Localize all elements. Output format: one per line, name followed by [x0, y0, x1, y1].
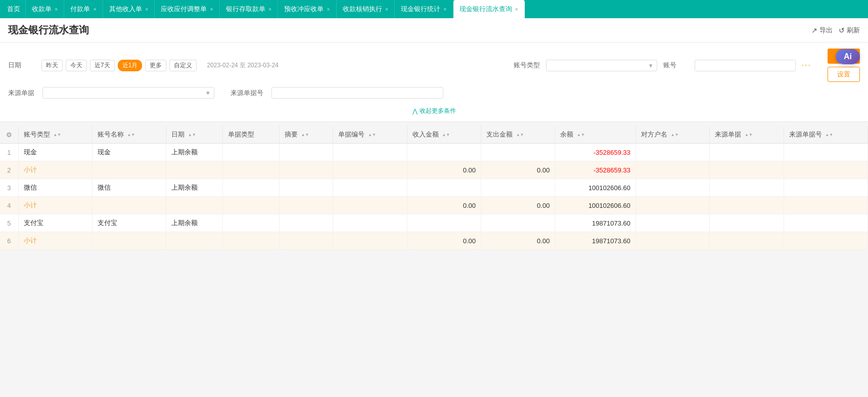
col-expense[interactable]: 支出金额 ▲▼	[481, 126, 555, 144]
nav-cash-bank-stats[interactable]: 现金银行统计 ×	[395, 0, 453, 18]
sort-icon: ▲▼	[53, 133, 61, 137]
cell-balance: 100102606.60	[555, 179, 636, 197]
cell-summary	[279, 161, 333, 179]
date-7days[interactable]: 近7天	[90, 60, 115, 71]
account-no-input[interactable]	[695, 60, 796, 71]
nav-ar-ap-adjust[interactable]: 应收应付调整单 ×	[155, 0, 219, 18]
col-date[interactable]: 日期 ▲▼	[166, 126, 223, 144]
chevron-down-icon: ▾	[206, 89, 210, 97]
cell-balance: -3528659.33	[555, 144, 636, 161]
cell-doc-type	[223, 197, 280, 214]
source-doc-no-input[interactable]	[271, 87, 443, 99]
cell-source-doc-no	[784, 197, 867, 214]
nav-cash-bank-flow[interactable]: 现金银行流水查询 ×	[453, 0, 525, 18]
cell-account-type: 小计	[18, 232, 92, 250]
cell-expense: 0.00	[481, 232, 555, 250]
nav-payments[interactable]: 付款单 ×	[64, 0, 103, 18]
nav-receipts[interactable]: 收款单 ×	[26, 0, 64, 18]
date-today[interactable]: 今天	[66, 60, 87, 71]
nav-collection-exec[interactable]: 收款核销执行 ×	[337, 0, 395, 18]
row-number: 3	[0, 179, 18, 197]
cell-doc-no	[333, 179, 407, 197]
cell-date	[166, 232, 223, 250]
ai-badge[interactable]: Ai	[836, 49, 860, 64]
col-source-doc[interactable]: 来源单据 ▲▼	[710, 126, 784, 144]
date-more[interactable]: 更多	[145, 60, 166, 71]
col-source-doc-no[interactable]: 来源单据号 ▲▼	[784, 126, 867, 144]
close-icon[interactable]: ×	[268, 6, 271, 12]
cell-counterparty	[636, 232, 710, 250]
table-row[interactable]: 6 小计 0.00 0.00 19871073.60	[0, 232, 868, 250]
cell-expense	[481, 214, 555, 232]
cell-balance: 19871073.60	[555, 214, 636, 232]
cell-doc-type	[223, 232, 280, 250]
date-custom[interactable]: 自定义	[169, 60, 197, 71]
cell-source-doc-no	[784, 214, 867, 232]
source-doc-label: 来源单据	[8, 89, 34, 98]
filter-row-source: 来源单据 ▾ 来源单据号	[8, 87, 860, 99]
close-icon[interactable]: ×	[385, 6, 388, 12]
col-doc-type[interactable]: 单据类型	[223, 126, 280, 144]
date-yesterday[interactable]: 昨天	[41, 60, 63, 71]
close-icon[interactable]: ×	[93, 6, 96, 12]
close-icon[interactable]: ×	[145, 6, 148, 12]
data-table: ⚙ 账号类型 ▲▼ 账号名称 ▲▼ 日期 ▲▼ 单据类型 摘要	[0, 126, 868, 250]
cell-income: 0.00	[407, 161, 481, 179]
cell-doc-no	[333, 161, 407, 179]
col-doc-no[interactable]: 单据编号 ▲▼	[333, 126, 407, 144]
table-row[interactable]: 1 现金 现金 上期余额 -3528659.33	[0, 144, 868, 161]
table-row[interactable]: 5 支付宝 支付宝 上期余额 19871073.60	[0, 214, 868, 232]
close-icon[interactable]: ×	[443, 6, 446, 12]
col-summary[interactable]: 摘要 ▲▼	[279, 126, 333, 144]
cell-doc-no	[333, 214, 407, 232]
cell-doc-no	[333, 197, 407, 214]
date-range: 2023-02-24 至 2023-03-24	[207, 61, 278, 70]
cell-source-doc-no	[784, 179, 867, 197]
close-icon[interactable]: ×	[210, 6, 213, 12]
date-1month[interactable]: 近1月	[118, 60, 143, 71]
col-balance[interactable]: 余额 ▲▼	[555, 126, 636, 144]
nav-bank-deposit[interactable]: 银行存取款单 ×	[220, 0, 278, 18]
date-buttons: 昨天 今天 近7天 近1月 更多 自定义	[41, 60, 197, 71]
close-icon[interactable]: ×	[515, 6, 518, 12]
collapse-up-icon: ⋀	[413, 108, 418, 115]
source-doc-no-label: 来源单据号	[231, 89, 263, 98]
cell-balance: 19871073.60	[555, 232, 636, 250]
col-gear[interactable]: ⚙	[0, 126, 18, 144]
cell-summary	[279, 197, 333, 214]
nav-advance-offset[interactable]: 预收冲应收单 ×	[278, 0, 336, 18]
close-icon[interactable]: ×	[327, 6, 330, 12]
cell-income	[407, 214, 481, 232]
collapse-bar[interactable]: ⋀ 收起更多条件	[8, 104, 860, 115]
cell-doc-no	[333, 232, 407, 250]
col-counterparty[interactable]: 对方户名 ▲▼	[636, 126, 710, 144]
table-row[interactable]: 3 微信 微信 上期余额 100102606.60	[0, 179, 868, 197]
col-account-name[interactable]: 账号名称 ▲▼	[92, 126, 166, 144]
filter-row-date: 日期 昨天 今天 近7天 近1月 更多 自定义 2023-02-24 至 202…	[8, 49, 860, 82]
close-icon[interactable]: ×	[55, 6, 58, 12]
page-header: 现金银行流水查询 ↗ 导出 ↺ 刷新	[0, 18, 868, 42]
export-button[interactable]: ↗ 导出	[811, 26, 833, 35]
cell-summary	[279, 179, 333, 197]
sort-icon: ▲▼	[745, 133, 753, 137]
settings-button[interactable]: 设置	[828, 67, 860, 82]
refresh-icon: ↺	[839, 26, 845, 34]
table-row[interactable]: 4 小计 0.00 0.00 100102606.60	[0, 197, 868, 214]
col-account-type[interactable]: 账号类型 ▲▼	[18, 126, 92, 144]
nav-other-income[interactable]: 其他收入单 ×	[103, 0, 155, 18]
cell-date: 上期余额	[166, 214, 223, 232]
cell-account-name	[92, 161, 166, 179]
refresh-button[interactable]: ↺ 刷新	[839, 26, 860, 35]
cell-doc-type	[223, 144, 280, 161]
cell-source-doc	[710, 144, 784, 161]
account-type-select[interactable]: ▾	[546, 60, 657, 71]
more-options-icon[interactable]: ···	[802, 61, 811, 70]
nav-home[interactable]: 首页	[2, 0, 26, 18]
cell-source-doc	[710, 161, 784, 179]
table-row[interactable]: 2 小计 0.00 0.00 -3528659.33	[0, 161, 868, 179]
source-doc-select[interactable]: ▾	[42, 87, 214, 99]
row-number: 1	[0, 144, 18, 161]
col-income[interactable]: 收入金额 ▲▼	[407, 126, 481, 144]
cell-source-doc	[710, 179, 784, 197]
cell-account-name	[92, 232, 166, 250]
